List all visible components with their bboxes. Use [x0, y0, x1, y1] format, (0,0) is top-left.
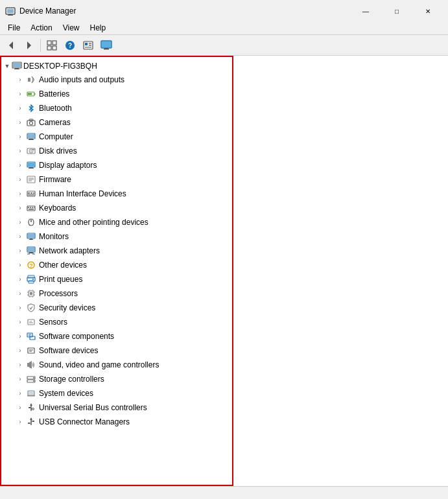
usb-connector-icon	[26, 417, 36, 427]
svg-rect-55	[30, 207, 31, 209]
menu-help[interactable]: Help	[85, 22, 112, 34]
svg-rect-34	[29, 139, 33, 139]
minimize-button[interactable]: —	[351, 5, 381, 17]
back-button[interactable]	[3, 38, 19, 53]
chevron-icon: ›	[17, 290, 23, 297]
chevron-icon: ›	[17, 390, 23, 397]
chevron-icon: ›	[17, 333, 23, 340]
chevron-icon: ›	[17, 176, 23, 183]
list-item[interactable]: › Batteries	[1, 87, 232, 101]
list-item[interactable]: › Security devices	[1, 301, 232, 315]
list-item[interactable]: › Audio inputs and outputs	[1, 73, 232, 87]
list-item[interactable]: › Universal Serial Bus controllers	[1, 400, 232, 415]
forward-button[interactable]	[21, 38, 38, 53]
close-button[interactable]: ✕	[413, 5, 443, 17]
svg-rect-42	[29, 167, 33, 168]
list-item[interactable]: › System devices	[1, 386, 232, 400]
svg-rect-25	[28, 78, 30, 82]
svg-rect-114	[32, 421, 34, 422]
list-item[interactable]: › ? Other devices	[1, 258, 232, 272]
item-label: Firmware	[39, 175, 71, 184]
sound-icon	[26, 360, 36, 370]
chevron-icon: ›	[17, 276, 23, 283]
svg-rect-98	[27, 363, 29, 367]
list-item[interactable]: › Storage controllers	[1, 372, 232, 386]
list-item[interactable]: › Processors	[1, 286, 232, 301]
right-panel	[233, 56, 448, 486]
svg-rect-28	[34, 93, 36, 95]
list-item[interactable]: › Keyboards	[1, 201, 232, 215]
svg-rect-108	[29, 407, 30, 408]
list-item[interactable]: › Human Interface Devices	[1, 187, 232, 201]
chevron-icon: ›	[17, 233, 23, 240]
svg-rect-1	[7, 9, 14, 13]
maximize-button[interactable]: □	[382, 5, 412, 17]
list-item[interactable]: › Sound, video and game controllers	[1, 358, 232, 372]
svg-rect-7	[53, 41, 56, 45]
list-item[interactable]: › Display adaptors	[1, 158, 232, 172]
item-label: Bluetooth	[39, 104, 72, 113]
item-label: System devices	[39, 389, 93, 398]
list-item[interactable]: › Cameras	[1, 115, 232, 130]
list-item[interactable]: › Monitors	[1, 229, 232, 244]
tree-root-item[interactable]: ▼ DESKTOP-FIG3BQH	[1, 60, 232, 73]
item-label: Software devices	[39, 346, 98, 355]
sensor-icon	[26, 317, 36, 327]
menu-file[interactable]: File	[3, 22, 25, 34]
svg-rect-23	[15, 68, 19, 69]
svg-point-110	[32, 408, 34, 410]
list-item[interactable]: › Sensors	[1, 315, 232, 329]
svg-rect-51	[33, 192, 34, 194]
svg-rect-64	[29, 239, 33, 240]
menu-view[interactable]: View	[58, 22, 85, 34]
chevron-icon: ›	[17, 404, 23, 411]
item-label: Software components	[39, 332, 114, 341]
svg-rect-39	[32, 149, 34, 150]
hid-icon	[26, 189, 36, 199]
svg-rect-78	[30, 292, 32, 295]
item-label: Network adapters	[39, 246, 100, 255]
list-item[interactable]: › Mice and other pointing devices	[1, 215, 232, 229]
item-label: Human Interface Devices	[39, 189, 126, 198]
show-hide-button[interactable]	[43, 38, 60, 53]
menu-action[interactable]: Action	[25, 22, 57, 34]
print-icon	[26, 274, 36, 284]
list-item[interactable]: › Software components	[1, 329, 232, 343]
list-item[interactable]: › Disk drives	[1, 144, 232, 158]
list-item[interactable]: › Print queues	[1, 272, 232, 286]
monitor-button[interactable]	[98, 38, 115, 53]
list-item[interactable]: › Network adapters	[1, 244, 232, 258]
list-item[interactable]: › Software devices	[1, 343, 232, 358]
list-item[interactable]: › Bluetooth	[1, 101, 232, 115]
svg-rect-62	[28, 234, 34, 238]
help-button[interactable]: ?	[62, 38, 78, 53]
svg-rect-27	[28, 93, 32, 95]
chevron-icon: ›	[17, 133, 23, 140]
toolbar: ?	[0, 35, 448, 56]
svg-rect-35	[29, 139, 34, 140]
firmware-icon	[26, 174, 36, 185]
keyboard-icon	[26, 203, 36, 213]
properties-button[interactable]	[80, 38, 97, 53]
item-label: USB Connector Managers	[39, 417, 130, 426]
list-item[interactable]: › Computer	[1, 130, 232, 144]
disk-icon	[26, 146, 36, 156]
chevron-icon: ›	[17, 219, 23, 226]
audio-icon	[26, 75, 36, 85]
list-item[interactable]: › USB Connector Managers	[1, 415, 232, 429]
list-item[interactable]: › Firmware	[1, 172, 232, 187]
chevron-icon: ›	[17, 162, 23, 168]
svg-rect-3	[8, 15, 13, 16]
item-label: Sensors	[39, 318, 67, 327]
item-label: Sound, video and game controllers	[39, 360, 159, 369]
software-components-icon	[26, 331, 36, 342]
chevron-icon: ›	[17, 105, 23, 111]
monitor-icon	[26, 231, 36, 242]
toolbar-separator-1	[40, 39, 41, 52]
svg-rect-58	[29, 209, 34, 210]
chevron-icon: ›	[17, 76, 23, 83]
chevron-icon: ›	[17, 191, 23, 197]
svg-marker-5	[27, 41, 31, 49]
item-label: Print queues	[39, 275, 82, 284]
svg-rect-8	[47, 46, 51, 50]
